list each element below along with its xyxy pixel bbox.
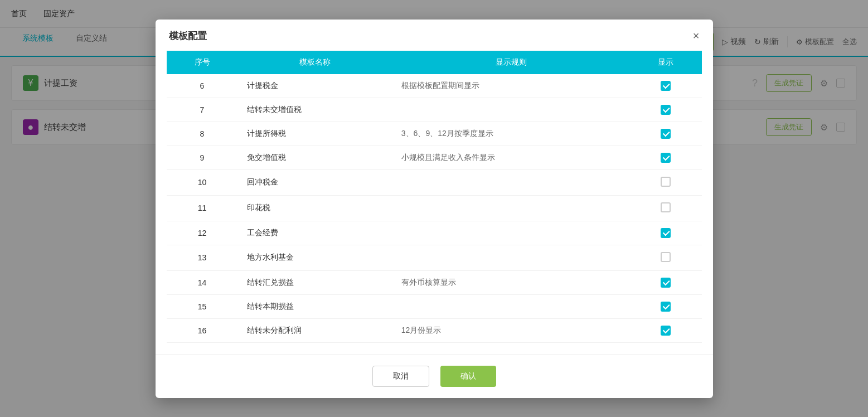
- cell-name: 结转未交增值税: [238, 98, 392, 122]
- row-checkbox-7[interactable]: [661, 252, 671, 262]
- cell-seq: 12: [167, 221, 238, 245]
- table-row: 10回冲税金: [167, 169, 702, 195]
- row-checkbox-2[interactable]: [661, 129, 671, 139]
- cell-display: [630, 195, 701, 221]
- cell-name: 结转汇兑损益: [238, 270, 392, 294]
- table-head: 序号 模板名称 显示规则 显示: [167, 51, 702, 74]
- cell-name: 印花税: [238, 195, 392, 221]
- cell-name: 免交增值税: [238, 146, 392, 169]
- modal-title: 模板配置: [169, 30, 207, 42]
- col-display: 显示: [630, 51, 701, 74]
- row-checkbox-0[interactable]: [661, 81, 671, 91]
- cell-name: 地方水利基金: [238, 245, 392, 270]
- col-seq: 序号: [167, 51, 238, 74]
- cell-rule: [392, 245, 631, 270]
- cell-rule: [392, 98, 631, 122]
- cell-seq: 9: [167, 146, 238, 169]
- cell-display: [630, 146, 701, 169]
- cell-rule: [392, 169, 631, 195]
- table-row: 9免交增值税小规模且满足收入条件显示: [167, 146, 702, 169]
- modal-footer: 取消 确认: [156, 354, 713, 398]
- table-row: 12工会经费: [167, 221, 702, 245]
- cell-rule: [392, 221, 631, 245]
- cell-seq: 11: [167, 195, 238, 221]
- cell-rule: 3、6、9、12月按季度显示: [392, 122, 631, 146]
- row-checkbox-1[interactable]: [661, 105, 671, 115]
- cell-display: [630, 270, 701, 294]
- modal-header: 模板配置 ×: [156, 20, 713, 51]
- table-row: 15结转本期损益: [167, 294, 702, 318]
- cell-rule: 12月份显示: [392, 318, 631, 342]
- row-checkbox-6[interactable]: [661, 228, 671, 238]
- cell-name: 回冲税金: [238, 169, 392, 195]
- cell-seq: 14: [167, 270, 238, 294]
- table-header-row: 序号 模板名称 显示规则 显示: [167, 51, 702, 74]
- cell-seq: 10: [167, 169, 238, 195]
- cell-rule: [392, 294, 631, 318]
- table-row: 6计提税金根据模板配置期间显示: [167, 74, 702, 98]
- cell-name: 计提所得税: [238, 122, 392, 146]
- cell-name: 结转本期损益: [238, 294, 392, 318]
- cell-rule: 小规模且满足收入条件显示: [392, 146, 631, 169]
- modal-body: 序号 模板名称 显示规则 显示 6计提税金根据模板配置期间显示7结转未交增值税8…: [156, 51, 713, 354]
- cell-name: 工会经费: [238, 221, 392, 245]
- cell-rule: 有外币核算显示: [392, 270, 631, 294]
- cell-display: [630, 122, 701, 146]
- cell-display: [630, 318, 701, 342]
- table-body: 6计提税金根据模板配置期间显示7结转未交增值税8计提所得税3、6、9、12月按季…: [167, 74, 702, 343]
- row-checkbox-3[interactable]: [661, 153, 671, 163]
- row-checkbox-8[interactable]: [661, 278, 671, 288]
- cell-display: [630, 294, 701, 318]
- cell-display: [630, 74, 701, 98]
- cell-name: 计提税金: [238, 74, 392, 98]
- cell-display: [630, 245, 701, 270]
- cell-seq: 16: [167, 318, 238, 342]
- modal-close-button[interactable]: ×: [693, 30, 700, 41]
- cell-seq: 15: [167, 294, 238, 318]
- row-checkbox-4[interactable]: [661, 177, 671, 187]
- cell-display: [630, 169, 701, 195]
- modal-overlay[interactable]: 模板配置 × 序号 模板名称 显示规则 显示 6计提税金根据模板配置期间显示7结…: [0, 0, 868, 417]
- cell-rule: 根据模板配置期间显示: [392, 74, 631, 98]
- col-name: 模板名称: [238, 51, 392, 74]
- col-rule: 显示规则: [392, 51, 631, 74]
- table-row: 11印花税: [167, 195, 702, 221]
- cancel-button[interactable]: 取消: [372, 366, 429, 387]
- cell-seq: 6: [167, 74, 238, 98]
- confirm-button[interactable]: 确认: [440, 366, 496, 387]
- cell-display: [630, 221, 701, 245]
- config-table: 序号 模板名称 显示规则 显示 6计提税金根据模板配置期间显示7结转未交增值税8…: [167, 51, 702, 343]
- cell-display: [630, 98, 701, 122]
- row-checkbox-10[interactable]: [661, 326, 671, 336]
- row-checkbox-9[interactable]: [661, 302, 671, 312]
- cell-rule: [392, 195, 631, 221]
- modal-template-config: 模板配置 × 序号 模板名称 显示规则 显示 6计提税金根据模板配置期间显示7结…: [156, 20, 713, 398]
- cell-seq: 13: [167, 245, 238, 270]
- table-row: 7结转未交增值税: [167, 98, 702, 122]
- cell-seq: 7: [167, 98, 238, 122]
- table-row: 16结转未分配利润12月份显示: [167, 318, 702, 342]
- row-checkbox-5[interactable]: [661, 202, 671, 212]
- table-row: 8计提所得税3、6、9、12月按季度显示: [167, 122, 702, 146]
- table-row: 13地方水利基金: [167, 245, 702, 270]
- table-row: 14结转汇兑损益有外币核算显示: [167, 270, 702, 294]
- cell-seq: 8: [167, 122, 238, 146]
- cell-name: 结转未分配利润: [238, 318, 392, 342]
